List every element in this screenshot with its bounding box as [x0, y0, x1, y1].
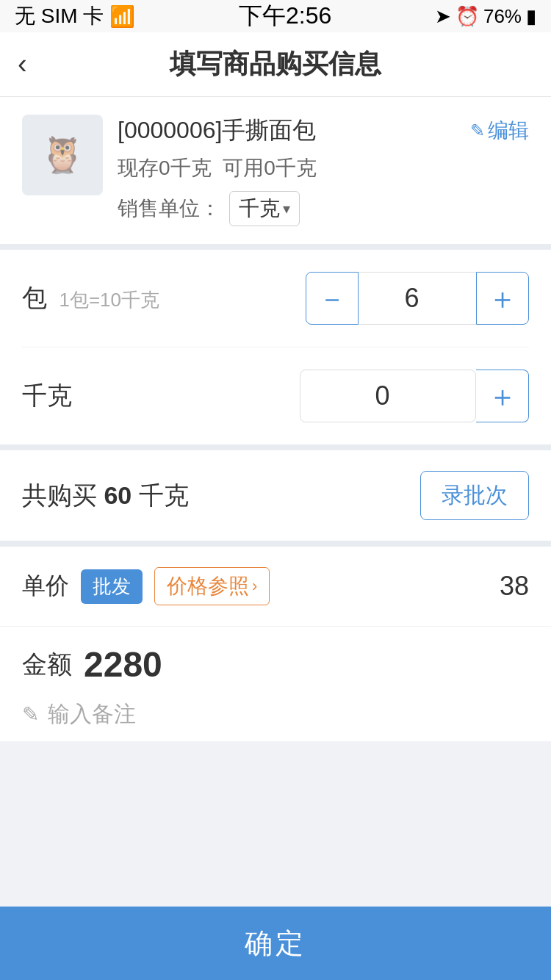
available-label: 可用0千克	[223, 156, 317, 179]
stock-label: 现存0千克	[118, 156, 212, 179]
amount-row: 金额 2280	[22, 644, 529, 685]
product-image: 🦉	[22, 115, 103, 195]
summary-prefix: 共购买	[22, 481, 97, 509]
kg-quantity-input[interactable]	[300, 370, 476, 422]
price-ref-arrow-icon: ›	[252, 577, 257, 596]
kg-quantity-row: 千克 ＋	[22, 347, 529, 444]
product-title: 手撕面包	[222, 117, 316, 143]
remark-icon: ✎	[22, 702, 39, 727]
amount-section: 金额 2280 ✎ 输入备注	[0, 627, 551, 741]
price-value: 38	[500, 571, 529, 602]
unit-value: 千克	[239, 195, 280, 223]
price-label: 单价	[22, 570, 69, 602]
nav-bar: ‹ 填写商品购买信息	[0, 32, 551, 97]
kg-plus-button[interactable]: ＋	[476, 370, 529, 422]
product-stock: 现存0千克 可用0千克	[118, 154, 529, 182]
quantity-section: 包 1包=10千克 － ＋ 千克 ＋	[0, 250, 551, 450]
status-time: 下午2:56	[239, 0, 331, 32]
product-info: [0000006]手撕面包 ✎ 编辑 现存0千克 可用0千克 销售单位： 千克 …	[118, 115, 529, 226]
bag-plus-button[interactable]: ＋	[476, 272, 529, 325]
summary-section: 共购买 60 千克 录批次	[0, 450, 551, 547]
summary-amount: 60	[104, 481, 138, 509]
remark-row[interactable]: ✎ 输入备注	[22, 699, 529, 729]
bag-minus-button[interactable]: －	[306, 272, 359, 325]
edit-button[interactable]: ✎ 编辑	[470, 117, 529, 145]
bag-quantity-row: 包 1包=10千克 － ＋	[22, 250, 529, 347]
product-name: [0000006]手撕面包	[118, 115, 316, 147]
status-right: ➤ ⏰ 76% ▮	[435, 5, 536, 28]
summary-unit: 千克	[139, 481, 189, 509]
amount-label: 金额	[22, 648, 72, 682]
carrier-text: 无 SIM 卡	[15, 2, 104, 30]
amount-value: 2280	[84, 644, 162, 685]
product-code: [0000006]	[118, 117, 222, 143]
edit-label: 编辑	[488, 117, 529, 145]
bag-quantity-control: － ＋	[306, 272, 529, 325]
batch-button[interactable]: 录批次	[420, 471, 529, 520]
location-icon: ➤	[435, 5, 451, 28]
remark-text: 输入备注	[48, 699, 136, 729]
price-type-tag: 批发	[81, 569, 143, 604]
bag-label-area: 包 1包=10千克	[22, 281, 159, 315]
product-name-row: [0000006]手撕面包 ✎ 编辑	[118, 115, 529, 147]
status-bar: 无 SIM 卡 📶 下午2:56 ➤ ⏰ 76% ▮	[0, 0, 551, 32]
kg-label: 千克	[22, 379, 72, 413]
summary-text: 共购买 60 千克	[22, 479, 189, 513]
alarm-icon: ⏰	[455, 5, 479, 28]
battery-percent: 76%	[483, 5, 522, 28]
nav-title: 填写商品购买信息	[170, 46, 381, 82]
battery-icon: ▮	[526, 5, 536, 28]
unit-label: 销售单位：	[118, 195, 220, 223]
wifi-icon: 📶	[109, 4, 135, 29]
status-left: 无 SIM 卡 📶	[15, 2, 135, 30]
confirm-button[interactable]: 确定	[0, 907, 551, 980]
price-section: 单价 批发 价格参照 › 38	[0, 547, 551, 627]
kg-quantity-control: ＋	[300, 370, 529, 422]
edit-icon: ✎	[470, 120, 485, 141]
bag-sublabel: 1包=10千克	[59, 289, 159, 311]
bag-quantity-input[interactable]	[359, 272, 476, 325]
price-ref-label: 价格参照	[167, 572, 249, 600]
bag-label: 包	[22, 284, 47, 311]
product-image-icon: 🦉	[40, 134, 84, 176]
price-ref-button[interactable]: 价格参照 ›	[154, 567, 270, 605]
unit-select[interactable]: 千克 ▾	[229, 191, 300, 226]
product-unit-row: 销售单位： 千克 ▾	[118, 191, 529, 226]
back-button[interactable]: ‹	[18, 48, 27, 80]
unit-arrow-icon: ▾	[283, 200, 290, 217]
product-card: 🦉 [0000006]手撕面包 ✎ 编辑 现存0千克 可用0千克 销售单位： 千…	[0, 97, 551, 250]
